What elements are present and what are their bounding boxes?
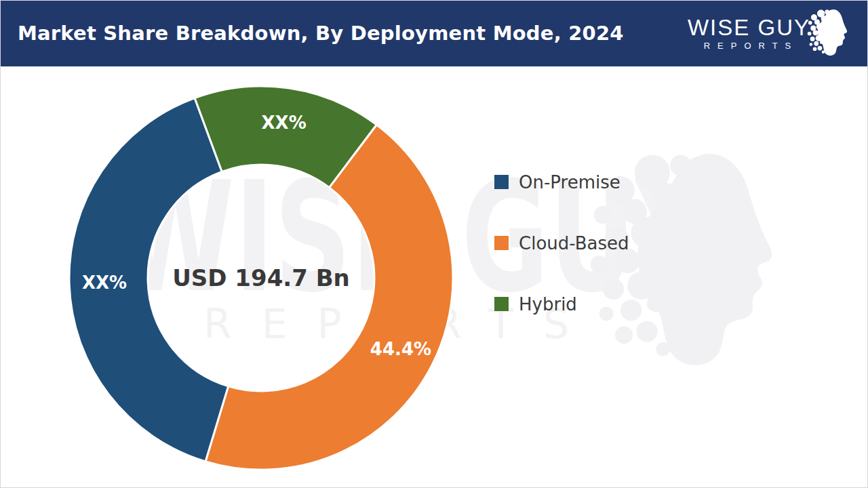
legend-label: Hybrid — [519, 294, 577, 314]
legend-label: On-Premise — [519, 172, 620, 192]
legend-swatch-cloud-based — [494, 236, 509, 250]
legend-label: Cloud-Based — [519, 233, 629, 253]
legend-item-cloud-based: Cloud-Based — [494, 233, 629, 253]
donut-segment-label-on-premise: XX% — [82, 272, 127, 293]
head-silhouette-icon — [807, 8, 850, 59]
page-title: Market Share Breakdown, By Deployment Mo… — [18, 22, 624, 45]
donut-segment-label-hybrid: XX% — [262, 113, 307, 133]
logo-subtext: REPORTS — [700, 41, 799, 51]
donut-segment-label-cloud-based: 44.4% — [370, 339, 431, 359]
legend-swatch-on-premise — [494, 175, 509, 189]
logo-wordmark: WISE GUY — [688, 16, 810, 39]
header: Market Share Breakdown, By Deployment Mo… — [0, 0, 868, 66]
donut-center-value: USD 194.7 Bn — [172, 264, 350, 291]
legend-swatch-hybrid — [494, 297, 509, 311]
legend: On-Premise Cloud-Based Hybrid — [494, 172, 629, 355]
legend-item-hybrid: Hybrid — [494, 294, 629, 314]
logo-text: WISE GUY REPORTS — [688, 16, 810, 51]
legend-item-on-premise: On-Premise — [494, 172, 629, 192]
wise-guy-logo: WISE GUY REPORTS — [688, 8, 850, 59]
